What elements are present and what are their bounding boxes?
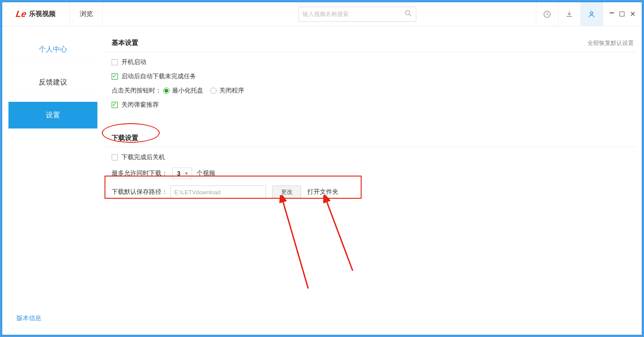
chevron-down-icon: ▼ (184, 171, 189, 176)
shutdown-after-label[interactable]: 下载完成后关机 (121, 153, 165, 161)
svg-line-5 (326, 200, 353, 271)
history-button[interactable] (536, 2, 558, 26)
max-concurrent-label: 最多允许同时下载： (112, 169, 168, 177)
window-controls: – ✕ (603, 2, 642, 26)
exit-app-label[interactable]: 关闭程序 (219, 87, 244, 95)
app-window: Le 乐视视频 浏览 – ✕ (2, 2, 642, 335)
exit-app-radio[interactable] (210, 88, 217, 94)
change-path-button[interactable]: 更改 (272, 185, 301, 199)
basic-settings-header: 基本设置 全部恢复默认设置 (104, 34, 636, 52)
max-concurrent-suffix: 个视频 (197, 169, 215, 177)
search-icon (404, 9, 412, 17)
header-right-icons: – ✕ (536, 2, 642, 26)
max-concurrent-value: 3 (177, 170, 181, 177)
search-input[interactable] (302, 11, 404, 17)
svg-point-3 (590, 12, 593, 14)
sidebar: 个人中心 反馈建议 设置 版本信息 (2, 26, 104, 335)
minimize-button[interactable]: – (609, 7, 614, 17)
sidebar-item-label: 设置 (46, 111, 60, 120)
logo-area: Le 乐视视频 (2, 2, 70, 26)
close-popup-rec-label[interactable]: 关闭弹窗推荐 (121, 101, 159, 109)
logo-text: 乐视视频 (29, 10, 56, 18)
auto-resume-checkbox[interactable] (112, 73, 118, 80)
auto-resume-label[interactable]: 启动后自动下载未完成任务 (121, 72, 196, 80)
main-area: 个人中心 反馈建议 设置 版本信息 基本设置 全部恢复默认设置 (2, 26, 642, 335)
user-icon (587, 10, 596, 19)
downloads-button[interactable] (558, 2, 580, 26)
svg-line-1 (409, 14, 411, 16)
le-logo-icon: Le (15, 9, 27, 19)
download-path-label: 下载默认保存路径： (112, 188, 168, 196)
basic-settings-panel: 基本设置 全部恢复默认设置 开机启动 启动后自动下载未完成任务 点击关闭按钮时： (104, 34, 636, 120)
sidebar-item-settings[interactable]: 设置 (8, 102, 97, 128)
max-concurrent-select[interactable]: 3 ▼ (172, 168, 192, 179)
clock-icon (543, 10, 551, 19)
launch-on-boot-label[interactable]: 开机启动 (121, 58, 146, 66)
top-bar: Le 乐视视频 浏览 – ✕ (2, 2, 642, 26)
sidebar-item-label: 个人中心 (39, 45, 67, 54)
shutdown-after-checkbox[interactable] (112, 154, 118, 160)
search-button[interactable] (404, 9, 412, 19)
minimize-tray-radio[interactable] (163, 88, 169, 94)
download-settings-title: 下载设置 (104, 134, 138, 142)
search-box[interactable] (298, 7, 416, 22)
open-folder-link[interactable]: 打开文件夹 (307, 188, 338, 196)
version-info-link[interactable]: 版本信息 (16, 314, 41, 322)
restore-defaults-link[interactable]: 全部恢复默认设置 (588, 39, 634, 47)
svg-line-4 (282, 200, 308, 289)
tab-browse-label: 浏览 (80, 10, 93, 18)
download-icon (565, 10, 574, 19)
close-behavior-label: 点击关闭按钮时： (112, 87, 161, 95)
launch-on-boot-checkbox[interactable] (112, 59, 118, 65)
download-path-input[interactable] (170, 185, 266, 199)
sidebar-item-label: 反馈建议 (39, 78, 67, 87)
svg-point-0 (406, 11, 410, 15)
tab-browse[interactable]: 浏览 (70, 2, 103, 26)
close-popup-rec-checkbox[interactable] (112, 102, 118, 108)
minimize-tray-label[interactable]: 最小化托盘 (172, 87, 203, 95)
close-button[interactable]: ✕ (630, 10, 636, 18)
maximize-button[interactable] (620, 12, 624, 16)
content-area: 基本设置 全部恢复默认设置 开机启动 启动后自动下载未完成任务 点击关闭按钮时： (104, 26, 642, 335)
download-settings-panel: 下载设置 下载完成后关机 最多允许同时下载： 3 ▼ 个视频 (104, 129, 636, 210)
sidebar-item-feedback[interactable]: 反馈建议 (8, 69, 97, 96)
sidebar-item-profile[interactable]: 个人中心 (8, 36, 97, 63)
basic-settings-title: 基本设置 (104, 39, 138, 47)
download-settings-header: 下载设置 (104, 129, 636, 147)
user-button[interactable] (580, 2, 603, 26)
